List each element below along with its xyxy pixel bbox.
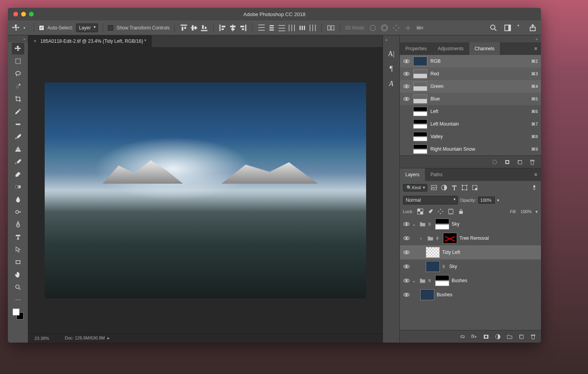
3d-slide-icon[interactable] [404,24,412,32]
close-icon[interactable] [13,12,18,16]
visibility-toggle-icon[interactable] [403,58,410,65]
layer-row[interactable]: ›𝟾Tree Removal [400,231,541,245]
new-layer-icon[interactable] [518,334,524,340]
filter-kind-select[interactable]: 🔍Kind [403,184,427,192]
align-hcenter-icon[interactable] [229,24,237,32]
color-swatches[interactable] [13,308,24,319]
brush-tool[interactable] [12,131,24,142]
visibility-toggle-icon[interactable] [403,291,410,298]
channel-row[interactable]: Green⌘4 [400,80,541,93]
eraser-tool[interactable] [12,168,24,180]
character-panel-icon[interactable]: A| [387,49,396,58]
auto-select-checkbox[interactable]: ✓ [39,25,44,31]
adjustment-layer-icon[interactable] [495,334,501,340]
blur-tool[interactable] [12,193,24,205]
minimize-icon[interactable] [21,12,26,16]
type-tool[interactable] [12,231,24,243]
rectangle-tool[interactable] [12,256,24,268]
zoom-level[interactable]: 23.38% [34,336,49,341]
workspace-dropdown[interactable]: ▾ [517,24,523,32]
delete-layer-icon[interactable] [530,334,536,340]
tab-layers[interactable]: Layers [400,168,425,181]
close-tab-icon[interactable]: × [34,38,36,44]
doc-info-arrow-icon[interactable]: ▸ [106,336,110,340]
visibility-toggle-icon[interactable] [403,263,410,270]
layer-thumbnail[interactable] [443,233,457,244]
visibility-toggle-icon[interactable] [403,221,410,228]
document-tab[interactable]: × 185A0118-Edit-2.tif @ 23.4% (Tidy Left… [28,35,152,47]
collapsed-expand[interactable]: « [385,38,388,42]
channel-row[interactable]: Right Mountain Snow⌘9 [400,143,541,155]
lock-position-icon[interactable] [437,208,444,215]
move-tool-icon[interactable] [12,24,20,32]
workspace-icon[interactable] [503,24,512,32]
tab-paths[interactable]: Paths [425,168,448,181]
pen-tool[interactable] [12,219,24,230]
channel-row[interactable]: RGB⌘2 [400,55,541,68]
filter-type-icon[interactable] [451,184,458,191]
disclosure-icon[interactable]: ⌄ [412,222,417,226]
tool-dropdown[interactable]: ▾ [24,26,29,30]
distribute-right-icon[interactable] [308,24,317,32]
visibility-toggle-icon[interactable] [403,146,410,153]
dodge-tool[interactable] [12,206,24,218]
visibility-toggle-icon[interactable] [403,120,410,128]
glyphs-panel-icon[interactable]: A [387,79,396,88]
new-channel-icon[interactable] [517,159,523,165]
lock-all-icon[interactable] [458,208,464,215]
gradient-tool[interactable] [12,181,24,193]
tab-adjustments[interactable]: Adjustments [432,42,469,55]
align-left-icon[interactable] [218,24,227,32]
marquee-tool[interactable] [12,55,24,67]
fill-input[interactable]: 100% [521,209,532,214]
visibility-toggle-icon[interactable] [403,70,410,77]
fill-dropdown[interactable]: ▾ [535,209,538,214]
layer-mask-thumbnail[interactable] [435,275,449,286]
lock-transparency-icon[interactable] [417,208,423,215]
filter-image-icon[interactable] [430,184,437,191]
zoom-tool[interactable] [12,281,24,293]
layer-mask-icon[interactable] [483,334,489,340]
load-selection-icon[interactable] [492,159,498,165]
layer-row[interactable]: 𝟾Sky [400,259,541,274]
auto-align-icon[interactable] [327,24,335,32]
visibility-toggle-icon[interactable] [403,235,410,242]
foreground-color[interactable] [13,308,20,316]
align-right-icon[interactable] [239,24,247,32]
layer-thumbnail[interactable] [426,261,440,272]
save-selection-icon[interactable] [504,159,510,165]
tool-panel-expand[interactable]: » [8,35,28,42]
edit-toolbar[interactable]: ⋯ [12,294,24,306]
move-tool[interactable] [12,43,24,55]
layers-panel-menu-icon[interactable]: ≡ [530,172,541,177]
layer-style-icon[interactable]: fx▾ [471,334,477,340]
distribute-left-icon[interactable] [288,24,296,32]
3d-orbit-icon[interactable] [368,24,377,32]
opacity-dropdown[interactable]: ▾ [497,198,499,203]
maximize-icon[interactable] [29,12,34,16]
visibility-toggle-icon[interactable] [403,249,410,256]
filter-shape-icon[interactable] [461,184,468,191]
visibility-toggle-icon[interactable] [403,95,410,102]
filter-toggle-icon[interactable] [531,184,538,191]
layer-row[interactable]: ⌄𝟾Bushes [400,274,541,288]
channel-row[interactable]: Red⌘3 [400,68,541,80]
share-icon[interactable] [528,24,537,32]
lock-artboard-icon[interactable] [448,208,454,215]
history-brush-tool[interactable] [12,156,24,168]
layer-row[interactable]: Tidy Left [400,245,541,259]
eyedropper-tool[interactable] [12,106,24,117]
lasso-tool[interactable] [12,68,24,80]
tab-properties[interactable]: Properties [400,42,432,55]
filter-smartobj-icon[interactable] [471,184,478,191]
channel-row[interactable]: Left Mountain⌘7 [400,118,541,130]
distribute-vcenter-icon[interactable] [267,24,276,32]
3d-camera-icon[interactable] [416,24,424,32]
path-select-tool[interactable] [12,244,24,255]
layer-row[interactable]: ⌄𝟾Sky [400,217,541,231]
opacity-input[interactable]: 100% [478,197,495,204]
3d-roll-icon[interactable] [380,24,389,32]
paragraph-panel-icon[interactable]: ¶ [387,64,396,73]
layer-row[interactable]: Bushes [400,288,541,302]
delete-channel-icon[interactable] [529,159,535,165]
